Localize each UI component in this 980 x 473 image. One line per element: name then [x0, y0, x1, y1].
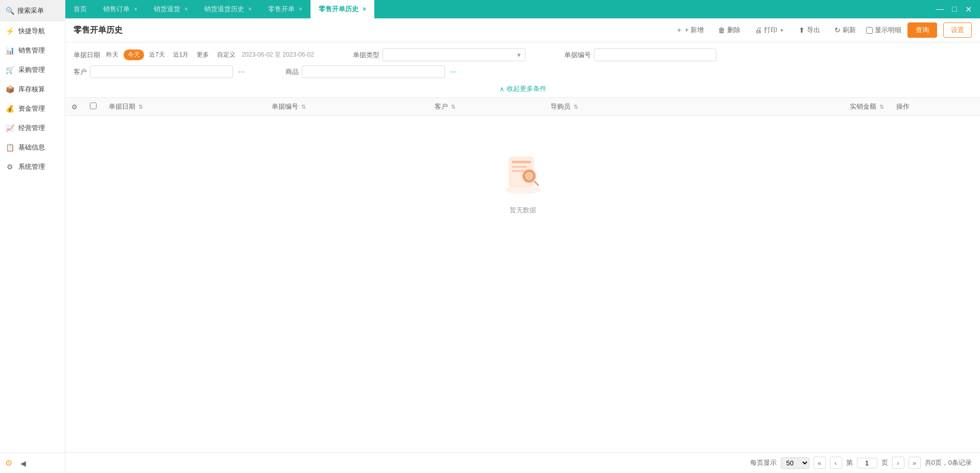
table-header-row: ⚙ 单据日期 ⇅ 单据编号 ⇅ [65, 98, 980, 116]
last-page-icon: » [913, 459, 916, 467]
svg-rect-3 [512, 166, 527, 168]
tab-retail-open-close[interactable]: × [299, 6, 302, 13]
col-amount-sort[interactable]: ⇅ [879, 104, 884, 110]
customer-dots[interactable]: ··· [236, 67, 247, 77]
refresh-label: 刷新 [843, 26, 856, 35]
settings-bottom-icon[interactable]: ⚙ [5, 458, 12, 468]
print-dropdown-icon[interactable]: ▼ [779, 28, 784, 33]
per-page-select[interactable]: 50 10 20 100 [781, 457, 809, 469]
customer-filter-field: 客户 ··· [74, 65, 247, 78]
tab-home[interactable]: 首页 [65, 0, 95, 18]
doc-num-input[interactable] [594, 48, 716, 61]
print-label: 打印 [764, 26, 777, 35]
tab-sales-return-close[interactable]: × [184, 6, 188, 13]
sidebar-item-finance[interactable]: 💰 资金管理 [0, 99, 65, 118]
add-button[interactable]: ＋ + 新增 [672, 23, 708, 37]
first-page-btn[interactable]: « [814, 457, 826, 469]
print-icon: 🖨 [755, 26, 762, 34]
next-page-btn[interactable]: › [892, 457, 904, 469]
tab-sales-return-history[interactable]: 销货退货历史 × [196, 0, 260, 18]
last7-btn[interactable]: 近7天 [146, 49, 168, 60]
export-button[interactable]: ⬆ 导出 [795, 23, 824, 37]
search-menu-item[interactable]: 🔍 搜索采单 [0, 0, 65, 21]
sidebar-item-purchase-mgmt[interactable]: 🛒 采购管理 [0, 60, 65, 80]
yesterday-btn[interactable]: 昨天 [103, 49, 122, 60]
sidebar-item-basic-info[interactable]: 📋 基础信息 [0, 138, 65, 157]
refresh-button[interactable]: ↻ 刷新 [830, 23, 860, 37]
setting-button[interactable]: 设置 [943, 22, 972, 38]
more-btn[interactable]: 更多 [194, 49, 212, 60]
custom-btn[interactable]: 自定义 [214, 49, 238, 60]
last-month-btn[interactable]: 近1月 [170, 49, 192, 60]
display-detail-checkbox[interactable] [866, 27, 873, 34]
sidebar-item-quick-nav[interactable]: ⚡ 快捷导航 [0, 21, 65, 41]
table-settings-col[interactable]: ⚙ [65, 98, 84, 116]
doc-type-select[interactable]: ▾ [383, 48, 525, 61]
display-detail-checkbox-container[interactable]: 显示明细 [866, 26, 901, 35]
col-date-sort[interactable]: ⇅ [138, 104, 143, 110]
col-amount-label: 实销金额 [850, 103, 876, 110]
col-num[interactable]: 单据编号 ⇅ [266, 98, 428, 116]
col-amount[interactable]: 实销金额 ⇅ [727, 98, 890, 116]
col-salesperson-sort[interactable]: ⇅ [573, 104, 578, 110]
tabs-window-controls: — □ ✕ [934, 5, 980, 14]
table-checkbox-col[interactable] [84, 98, 103, 116]
tab-retail-open[interactable]: 零售开单 × [260, 0, 310, 18]
goods-filter-field: 商品 ··· [285, 65, 459, 78]
goods-input[interactable] [302, 65, 445, 78]
collapse-button[interactable]: ∧ 收起更多条件 [74, 82, 972, 93]
sidebar-item-operations[interactable]: 📈 经营管理 [0, 118, 65, 138]
data-table: ⚙ 单据日期 ⇅ 单据编号 ⇅ [65, 98, 980, 116]
tab-sales-return-history-label: 销货退货历史 [204, 5, 244, 14]
close-icon[interactable]: ✕ [963, 5, 974, 14]
tab-retail-history-close[interactable]: × [363, 6, 366, 13]
doc-type-dropdown-icon: ▾ [517, 51, 521, 59]
col-salesperson-label: 导购员 [551, 103, 570, 110]
sidebar: 🔍 搜索采单 ⚡ 快捷导航 📊 销售管理 🛒 采购管理 📦 库存核算 💰 资金管… [0, 0, 65, 473]
tab-sales-return[interactable]: 销货退货 × [146, 0, 196, 18]
collapse-icon: ∧ [499, 85, 505, 93]
tab-retail-open-label: 零售开单 [268, 5, 295, 14]
add-label: + 新增 [685, 26, 704, 35]
sidebar-item-sales-mgmt[interactable]: 📊 销售管理 [0, 41, 65, 60]
customer-input[interactable] [90, 65, 233, 78]
doc-type-filter-field: 单据类型 ▾ [353, 48, 525, 61]
tab-sales-order[interactable]: 销售订单 × [95, 0, 146, 18]
tab-retail-history[interactable]: 零售开单历史 × [310, 0, 374, 18]
goods-dots[interactable]: ··· [448, 67, 459, 77]
prev-page-btn[interactable]: ‹ [830, 457, 842, 469]
col-salesperson[interactable]: 导购员 ⇅ [544, 98, 684, 116]
svg-line-7 [535, 182, 538, 185]
last-page-btn[interactable]: » [909, 457, 921, 469]
col-num-label: 单据编号 [272, 103, 298, 110]
collapse-icon[interactable]: ◀ [20, 459, 26, 467]
tab-sales-return-history-close[interactable]: × [248, 6, 252, 13]
print-button[interactable]: 🖨 打印 ▼ [751, 23, 788, 37]
collapse-label: 收起更多条件 [507, 84, 546, 93]
operations-icon: 📈 [5, 123, 14, 133]
svg-rect-2 [512, 161, 531, 163]
delete-button[interactable]: 🗑 删除 [714, 23, 745, 37]
delete-label: 删除 [727, 26, 740, 35]
col-num-sort[interactable]: ⇅ [301, 104, 306, 110]
today-btn[interactable]: 今天 [124, 49, 144, 60]
filter-area: 单据日期 昨天 今天 近7天 近1月 更多 自定义 2023-06-02 至 2… [65, 42, 980, 98]
sidebar-item-system[interactable]: ⚙ 系统管理 [0, 157, 65, 177]
query-button[interactable]: 查询 [907, 22, 937, 38]
restore-icon[interactable]: □ [950, 5, 959, 14]
col-customer[interactable]: 客户 ⇅ [428, 98, 544, 116]
first-page-icon: « [818, 459, 821, 467]
page-number-input[interactable]: 1 [857, 458, 877, 468]
table-settings-icon[interactable]: ⚙ [71, 103, 78, 111]
sidebar-item-inventory[interactable]: 📦 库存核算 [0, 80, 65, 99]
page-title: 零售开单历史 [74, 25, 123, 36]
next-page-icon: › [897, 459, 899, 467]
select-all-checkbox[interactable] [90, 103, 97, 109]
tab-sales-return-label: 销货退货 [154, 5, 180, 14]
tab-sales-order-close[interactable]: × [134, 6, 137, 13]
doc-num-label: 单据编号 [564, 51, 591, 60]
minimize-icon[interactable]: — [934, 5, 946, 14]
col-date[interactable]: 单据日期 ⇅ [103, 98, 266, 116]
sidebar-bottom: ⚙ ◀ [0, 453, 65, 473]
col-customer-sort[interactable]: ⇅ [451, 104, 456, 110]
